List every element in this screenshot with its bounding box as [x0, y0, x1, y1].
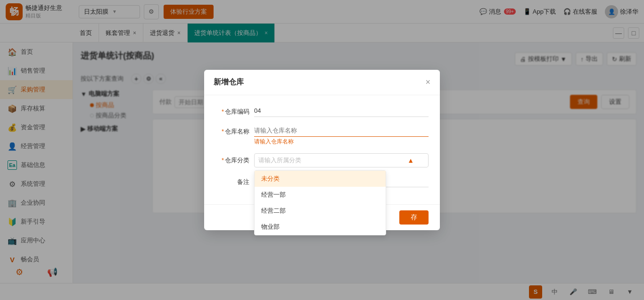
name-error-msg: 请输入仓库名称	[254, 138, 429, 146]
new-warehouse-dialog: 新增仓库 × *仓库编码 *仓库名称 请输入仓库名称	[204, 70, 440, 230]
modal-overlay: 新增仓库 × *仓库编码 *仓库名称 请输入仓库名称	[0, 0, 644, 300]
dialog-body: *仓库编码 *仓库名称 请输入仓库名称 *仓库分类	[204, 95, 440, 204]
code-control	[254, 105, 429, 117]
category-option-dept3[interactable]: 物业部	[255, 219, 386, 235]
chevron-up-icon: ▲	[407, 157, 414, 164]
save-button[interactable]: 存	[399, 210, 429, 225]
code-label: *仓库编码	[215, 105, 249, 116]
dialog-header: 新增仓库 ×	[204, 70, 440, 95]
form-row-code: *仓库编码	[215, 105, 429, 117]
name-input[interactable]	[254, 125, 429, 137]
code-input[interactable]	[254, 105, 429, 117]
category-option-dept1[interactable]: 经营一部	[255, 187, 386, 203]
category-selector[interactable]: 请输入所属分类 ▲	[254, 153, 429, 167]
notes-label: 备注	[215, 175, 249, 186]
name-label: *仓库名称	[215, 125, 249, 136]
category-placeholder: 请输入所属分类	[258, 156, 301, 165]
form-row-category: *仓库分类 请输入所属分类 ▲ 未分类 经营一部 经营二部 物业部	[215, 153, 429, 167]
dialog-close-button[interactable]: ×	[425, 77, 430, 87]
category-option-uncategorized[interactable]: 未分类	[255, 171, 386, 187]
category-dropdown: 未分类 经营一部 经营二部 物业部	[254, 170, 386, 235]
category-label: *仓库分类	[215, 153, 249, 165]
category-control: 请输入所属分类 ▲ 未分类 经营一部 经营二部 物业部	[254, 153, 429, 167]
form-row-name: *仓库名称 请输入仓库名称	[215, 125, 429, 146]
dialog-title: 新增仓库	[214, 77, 244, 87]
category-option-dept2[interactable]: 经营二部	[255, 203, 386, 219]
name-control: 请输入仓库名称	[254, 125, 429, 146]
